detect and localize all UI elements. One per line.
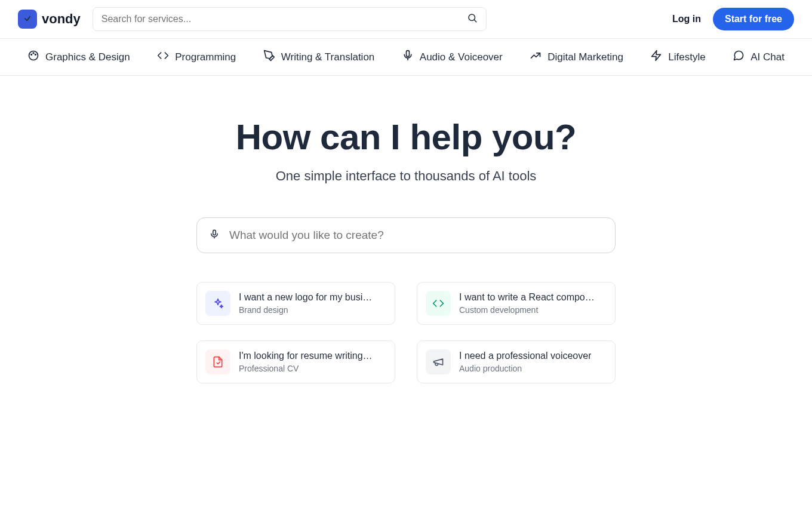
nav-label: Programming [175, 51, 236, 63]
mic-icon[interactable] [209, 229, 220, 242]
nav-lifestyle[interactable]: Lifestyle [650, 50, 705, 64]
nav-label: AI Chat [751, 51, 785, 63]
search-icon[interactable] [467, 13, 478, 26]
nav-programming[interactable]: Programming [157, 50, 236, 64]
nav-graphics-design[interactable]: Graphics & Design [27, 50, 130, 64]
logo-text: vondy [42, 11, 81, 27]
hero-title: How can I help you? [0, 116, 812, 158]
category-nav: Graphics & Design Programming Writing & … [0, 39, 812, 76]
nav-audio-voiceover[interactable]: Audio & Voiceover [402, 50, 503, 64]
suggestion-card-logo[interactable]: I want a new logo for my busi… Brand des… [196, 282, 395, 325]
card-title: I'm looking for resume writing… [239, 351, 373, 361]
hero-subtitle: One simple interface to thousands of AI … [0, 168, 812, 184]
nav-writing-translation[interactable]: Writing & Translation [263, 50, 375, 64]
svg-rect-6 [213, 230, 216, 235]
svg-point-0 [469, 14, 475, 21]
card-text: I want a new logo for my busi… Brand des… [239, 292, 372, 315]
search-bar[interactable] [93, 7, 487, 31]
prompt-input[interactable] [229, 229, 603, 242]
suggestion-card-voiceover[interactable]: I need a professional voiceover Audio pr… [417, 340, 616, 383]
mic-icon [402, 50, 414, 64]
card-title: I want a new logo for my busi… [239, 292, 372, 303]
card-title: I need a professional voiceover [459, 351, 591, 361]
header: vondy Log in Start for free [0, 0, 812, 39]
card-sub: Professional CV [239, 364, 373, 373]
card-text: I need a professional voiceover Audio pr… [459, 351, 591, 373]
start-free-button[interactable]: Start for free [713, 8, 794, 30]
prompt-box[interactable] [196, 217, 616, 253]
nav-ai-chat[interactable]: AI Chat [733, 50, 785, 64]
nav-label: Graphics & Design [45, 51, 130, 63]
logo[interactable]: vondy [18, 10, 81, 29]
hero: How can I help you? One simple interface… [0, 76, 812, 184]
zap-icon [650, 50, 662, 64]
palette-icon [27, 50, 39, 64]
search-input[interactable] [102, 14, 467, 24]
nav-label: Audio & Voiceover [420, 51, 503, 63]
megaphone-icon [426, 349, 451, 374]
sparkle-icon [205, 291, 230, 316]
svg-point-4 [35, 54, 36, 56]
logo-mark-icon [18, 10, 37, 29]
file-edit-icon [205, 349, 230, 374]
prompt-container [196, 217, 616, 253]
login-link[interactable]: Log in [672, 14, 701, 24]
svg-point-3 [33, 53, 34, 54]
card-sub: Brand design [239, 305, 372, 315]
card-sub: Audio production [459, 364, 591, 373]
suggestion-cards: I want a new logo for my busi… Brand des… [196, 282, 616, 383]
card-sub: Custom development [459, 305, 595, 315]
trending-up-icon [530, 50, 542, 64]
suggestion-card-resume[interactable]: I'm looking for resume writing… Professi… [196, 340, 395, 383]
card-title: I want to write a React compo… [459, 292, 595, 303]
header-actions: Log in Start for free [672, 8, 794, 30]
suggestion-card-react[interactable]: I want to write a React compo… Custom de… [417, 282, 616, 325]
card-text: I'm looking for resume writing… Professi… [239, 351, 373, 373]
chat-icon [733, 50, 745, 64]
pen-icon [263, 50, 275, 64]
nav-label: Writing & Translation [281, 51, 375, 63]
nav-label: Lifestyle [668, 51, 705, 63]
code-icon [157, 50, 169, 64]
nav-label: Digital Marketing [548, 51, 623, 63]
card-text: I want to write a React compo… Custom de… [459, 292, 595, 315]
code-icon [426, 291, 451, 316]
svg-rect-5 [406, 51, 409, 57]
svg-point-2 [31, 54, 32, 56]
nav-digital-marketing[interactable]: Digital Marketing [530, 50, 623, 64]
